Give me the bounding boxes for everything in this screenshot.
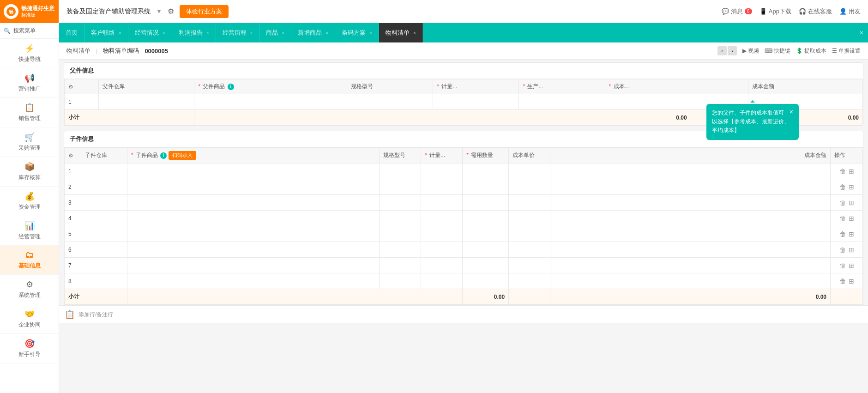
tab-bom-list[interactable]: 物料清单 × xyxy=(379,23,423,42)
copy-icon-7[interactable]: ⊞ xyxy=(849,262,854,269)
child-settings-icon[interactable]: ⚙ xyxy=(68,152,73,159)
settings-gear-icon[interactable]: ⚙ xyxy=(168,7,174,16)
view-video-btn[interactable]: ▶ 视频 xyxy=(742,47,759,55)
child-row-2-spec[interactable] xyxy=(380,179,421,195)
tab-ops-status-close[interactable]: × xyxy=(163,30,165,36)
child-row-8-cost-price[interactable] xyxy=(509,273,550,289)
child-row-3-product[interactable] xyxy=(127,195,380,211)
copy-icon-6[interactable]: ⊞ xyxy=(849,246,854,254)
search-menu[interactable]: 🔍 搜索菜单 xyxy=(0,23,59,39)
sidebar-item-guide[interactable]: 🎯 新手引导 xyxy=(0,334,59,363)
child-row-1-spec[interactable] xyxy=(380,163,421,179)
child-row-5-warehouse[interactable] xyxy=(81,226,127,242)
child-row-5-unit[interactable] xyxy=(421,226,463,242)
sidebar-item-quick-nav[interactable]: ⚡ 快捷导航 xyxy=(0,39,59,68)
parent-product-info-icon[interactable]: i xyxy=(228,84,234,90)
child-row-7-warehouse[interactable] xyxy=(81,258,127,273)
tab-customers[interactable]: 客户联络 × xyxy=(84,23,128,42)
single-setting-btn[interactable]: ☰ 单据设置 xyxy=(832,47,861,55)
child-row-5-product[interactable] xyxy=(127,226,380,242)
child-row-2-warehouse[interactable] xyxy=(81,179,127,195)
child-row-5-spec[interactable] xyxy=(380,226,421,242)
messages-btn[interactable]: 💬 消息 6 xyxy=(722,7,752,16)
child-row-4-warehouse[interactable] xyxy=(81,211,127,226)
child-row-2-cost-price[interactable] xyxy=(509,179,550,195)
child-row-6-warehouse[interactable] xyxy=(81,242,127,258)
online-service-btn[interactable]: 🎧 在线客服 xyxy=(799,7,832,16)
parent-row-1-production[interactable] xyxy=(519,94,605,110)
delete-icon-7[interactable]: 🗑 xyxy=(839,262,846,269)
child-row-4-cost-price[interactable] xyxy=(509,211,550,226)
tab-operations-status[interactable]: 经营情况 × xyxy=(128,23,172,42)
sidebar-item-basic-info[interactable]: 🗂 基础信息 xyxy=(0,246,59,275)
child-row-2-product[interactable] xyxy=(127,179,380,195)
tab-products-close[interactable]: × xyxy=(282,30,284,36)
tab-ops-history[interactable]: 经营历程 × xyxy=(216,23,260,42)
parent-row-1-unit[interactable] xyxy=(433,94,519,110)
parent-settings-icon[interactable]: ⚙ xyxy=(68,84,73,90)
child-row-5-qty[interactable] xyxy=(463,226,509,242)
nav-next-btn[interactable]: › xyxy=(728,46,737,55)
child-row-3-spec[interactable] xyxy=(380,195,421,211)
child-row-4-qty[interactable] xyxy=(463,211,509,226)
child-row-1-unit[interactable] xyxy=(421,163,463,179)
tooltip-close-btn[interactable]: × xyxy=(790,109,793,115)
sidebar-item-marketing[interactable]: 📢 营销推广 xyxy=(0,68,59,98)
tab-home[interactable]: 首页 xyxy=(59,23,84,42)
child-row-8-warehouse[interactable] xyxy=(81,273,127,289)
child-row-1-product[interactable] xyxy=(127,163,380,179)
child-row-6-unit[interactable] xyxy=(421,242,463,258)
child-row-8-spec[interactable] xyxy=(380,273,421,289)
tab-barcode[interactable]: 条码方案 × xyxy=(335,23,379,42)
child-row-4-spec[interactable] xyxy=(380,211,421,226)
tab-new-product-close[interactable]: × xyxy=(326,30,328,36)
delete-icon-3[interactable]: 🗑 xyxy=(839,199,846,206)
shortcut-btn[interactable]: ⌨ 快捷键 xyxy=(765,47,790,55)
tab-profit-report[interactable]: 利润报告 × xyxy=(172,23,216,42)
copy-icon-8[interactable]: ⊞ xyxy=(849,278,854,285)
child-row-8-qty[interactable] xyxy=(463,273,509,289)
child-product-info-icon[interactable]: i xyxy=(160,152,167,159)
sidebar-item-operations[interactable]: 📊 经营管理 xyxy=(0,216,59,246)
sidebar-item-system[interactable]: ⚙ 系统管理 xyxy=(0,275,59,304)
child-row-7-product[interactable] xyxy=(127,258,380,273)
breadcrumb-parent[interactable]: 物料清单 xyxy=(66,47,90,55)
child-row-3-cost-price[interactable] xyxy=(509,195,550,211)
copy-icon-5[interactable]: ⊞ xyxy=(849,230,854,238)
copy-icon-1[interactable]: ⊞ xyxy=(849,168,854,175)
child-row-1-warehouse[interactable] xyxy=(81,163,127,179)
delete-icon-1[interactable]: 🗑 xyxy=(839,168,846,175)
nav-prev-btn[interactable]: ‹ xyxy=(717,46,727,55)
child-row-6-cost-price[interactable] xyxy=(509,242,550,258)
child-row-6-product[interactable] xyxy=(127,242,380,258)
child-row-2-unit[interactable] xyxy=(421,179,463,195)
child-row-7-qty[interactable] xyxy=(463,258,509,273)
delete-icon-5[interactable]: 🗑 xyxy=(839,230,846,238)
user-avatar[interactable]: 👤 用友 xyxy=(839,7,861,16)
copy-icon-2[interactable]: ⊞ xyxy=(849,183,854,191)
copy-icon-3[interactable]: ⊞ xyxy=(849,199,854,206)
delete-icon-8[interactable]: 🗑 xyxy=(839,278,846,285)
child-row-6-qty[interactable] xyxy=(463,242,509,258)
child-row-4-product[interactable] xyxy=(127,211,380,226)
parent-row-1-spec[interactable] xyxy=(347,94,433,110)
child-row-8-product[interactable] xyxy=(127,273,380,289)
child-row-1-qty[interactable] xyxy=(463,163,509,179)
tab-ops-history-close[interactable]: × xyxy=(250,30,253,36)
child-row-2-qty[interactable] xyxy=(463,179,509,195)
tab-barcode-close[interactable]: × xyxy=(369,30,372,36)
sidebar-item-inventory[interactable]: 📦 库存核算 xyxy=(0,157,59,187)
experience-btn[interactable]: 体验行业方案 xyxy=(180,5,229,18)
parent-row-1-cost[interactable] xyxy=(605,94,691,110)
child-row-1-cost-price[interactable] xyxy=(509,163,550,179)
extract-cost-btn[interactable]: 💲 提取成本 xyxy=(796,47,826,55)
app-download-btn[interactable]: 📱 App下载 xyxy=(760,7,791,16)
sidebar-item-purchase[interactable]: 🛒 采购管理 xyxy=(0,127,59,157)
child-row-6-spec[interactable] xyxy=(380,242,421,258)
tab-profit-close[interactable]: × xyxy=(206,30,209,36)
sidebar-item-sales[interactable]: 📋 销售管理 xyxy=(0,98,59,127)
tab-products[interactable]: 商品 × xyxy=(259,23,291,42)
delete-icon-4[interactable]: 🗑 xyxy=(839,215,846,222)
child-row-8-unit[interactable] xyxy=(421,273,463,289)
tab-new-product[interactable]: 新增商品 × xyxy=(291,23,335,42)
